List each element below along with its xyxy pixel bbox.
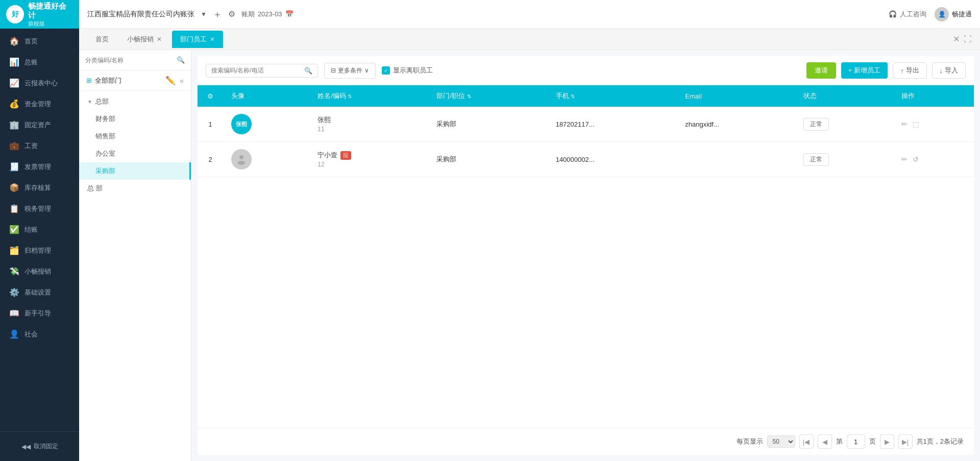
first-page-button[interactable]: |◀: [799, 434, 814, 449]
next-page-button[interactable]: ▶: [880, 434, 894, 449]
company-dropdown-icon[interactable]: ▼: [201, 11, 207, 18]
show-resigned-checkbox-label[interactable]: ✓ 显示离职员工: [382, 66, 433, 75]
sidebar-item-finance[interactable]: 💰 资金管理: [0, 93, 79, 114]
sidebar-item-invoice[interactable]: 🧾 发票管理: [0, 156, 79, 177]
employee-search-icon[interactable]: 🔍: [304, 67, 312, 75]
dept-item-general[interactable]: 总 部: [79, 180, 191, 197]
tab-maximize-button[interactable]: ⛶: [964, 34, 972, 44]
table-settings-icon[interactable]: ⚙: [207, 92, 213, 100]
show-resigned-label: 显示离职员工: [393, 66, 433, 75]
row2-phone: 140000002...: [548, 142, 677, 177]
cancel-fixed-button[interactable]: ◀◀ 取消固定: [0, 437, 79, 456]
logo-icon: 好: [6, 5, 24, 23]
svg-point-1: [238, 161, 245, 165]
dept-search-area: 🔍: [79, 50, 191, 70]
row1-edit-icon[interactable]: ✏: [901, 120, 908, 128]
sidebar-label-social: 社会: [24, 330, 38, 339]
sidebar-item-archive[interactable]: 🗂️ 归档管理: [0, 240, 79, 261]
dept-item-office[interactable]: 办公室: [79, 145, 191, 162]
dept-search-input[interactable]: [85, 57, 173, 64]
th-settings: ⚙: [198, 85, 223, 107]
sidebar-item-home[interactable]: 🏠 首页: [0, 31, 79, 52]
service-button[interactable]: 🎧 人工咨询: [889, 10, 926, 19]
settings-icon: ⚙️: [9, 287, 19, 297]
expense-icon: 💸: [9, 266, 19, 276]
sidebar-item-settings[interactable]: ⚙️ 基础设置: [0, 282, 79, 303]
th-phone-label: 手机: [556, 92, 571, 100]
sidebar-item-expense[interactable]: 💸 小畅报销: [0, 261, 79, 282]
import-button[interactable]: ↓ 导入: [932, 62, 966, 79]
row2-name: 宁小壹 应: [317, 151, 420, 160]
archive-icon: 🗂️: [9, 246, 19, 255]
prev-page-button[interactable]: ◀: [818, 434, 832, 449]
main-area: 江西服宝精品有限责任公司内账张 ▼ ＋ ⚙ 账期 2023-03 📅 🎧 人工咨…: [79, 0, 980, 461]
topbar: 江西服宝精品有限责任公司内账张 ▼ ＋ ⚙ 账期 2023-03 📅 🎧 人工咨…: [79, 0, 980, 29]
dept-collapse-icon[interactable]: «: [180, 77, 184, 85]
grid-icon: ⊞: [86, 77, 92, 84]
tab-expense[interactable]: 小畅报销 ✕: [119, 31, 170, 48]
sidebar-item-reports[interactable]: 📈 云报表中心: [0, 72, 79, 93]
export-button[interactable]: ↑ 导出: [893, 62, 927, 79]
add-employee-button[interactable]: + 新增员工: [841, 62, 888, 79]
content-area: 🔍 ⊞ 全部部门 ✏️ « ▼ 总部 财务部 销售部 办公室: [79, 50, 980, 461]
sidebar-label-inventory: 库存核算: [24, 183, 51, 192]
sidebar-item-close[interactable]: ✅ 结账: [0, 219, 79, 240]
period-value: 2023-03: [258, 10, 282, 18]
th-name: 姓名/编码 ⇅: [309, 85, 428, 107]
dept-sort-icon[interactable]: ⇅: [467, 93, 471, 99]
dept-item-sales[interactable]: 销售部: [79, 128, 191, 145]
svg-point-0: [239, 155, 243, 159]
user-menu[interactable]: 👤 畅捷通: [935, 7, 972, 21]
user-avatar: 👤: [935, 7, 949, 21]
topbar-gear-icon[interactable]: ⚙: [228, 9, 235, 19]
sidebar-label-home: 首页: [24, 37, 38, 46]
th-phone: 手机 ⇅: [548, 85, 677, 107]
sidebar-item-salary[interactable]: 💼 工资: [0, 135, 79, 156]
social-icon: 👤: [9, 329, 19, 339]
all-dept-label-group: ⊞ 全部部门: [86, 76, 121, 85]
row1-action-icons: ✏ ⬚: [901, 120, 966, 128]
sidebar-item-ledger[interactable]: 📊 总账: [0, 52, 79, 72]
sidebar-item-tax[interactable]: 📋 税务管理: [0, 198, 79, 219]
dept-item-purchasing[interactable]: 采购部: [79, 162, 191, 180]
topbar-right: 🎧 人工咨询 👤 畅捷通: [889, 7, 972, 21]
row1-logout-icon[interactable]: ⬚: [913, 120, 919, 128]
row2-code: 12: [317, 161, 420, 168]
phone-sort-icon[interactable]: ⇅: [571, 93, 575, 99]
invite-button[interactable]: 邀请: [806, 62, 836, 79]
sidebar-item-guide[interactable]: 📖 新手引导: [0, 303, 79, 324]
dept-item-finance[interactable]: 财务部: [79, 110, 191, 128]
name-sort-icon[interactable]: ⇅: [348, 93, 352, 99]
topbar-add-button[interactable]: ＋: [213, 8, 222, 20]
employee-search-input[interactable]: [211, 67, 301, 74]
last-page-button[interactable]: ▶|: [898, 434, 913, 449]
sidebar-item-inventory[interactable]: 📦 库存核算: [0, 177, 79, 198]
show-resigned-checkbox[interactable]: ✓: [382, 66, 390, 75]
tab-department[interactable]: 部门员工 ✕: [172, 31, 223, 48]
row2-refresh-icon[interactable]: ↺: [913, 155, 919, 163]
th-status-label: 状态: [803, 92, 817, 100]
dept-search-icon[interactable]: 🔍: [177, 56, 185, 64]
sidebar-label-archive: 归档管理: [24, 246, 51, 255]
dept-item-headquarters[interactable]: ▼ 总部: [79, 93, 191, 110]
per-page-select[interactable]: 50 100 200: [767, 435, 795, 448]
salary-icon: 💼: [9, 141, 19, 151]
sidebar-item-assets[interactable]: 🏢 固定资产: [0, 114, 79, 135]
sidebar-item-social[interactable]: 👤 社会: [0, 324, 79, 345]
row2-status-badge: 正常: [803, 153, 829, 166]
pagination: 每页显示 50 100 200 |◀ ◀ 第 页 ▶ ▶| 共1页，2条记录: [198, 428, 974, 455]
page-input[interactable]: [847, 434, 865, 449]
guide-icon: 📖: [9, 308, 19, 318]
tab-expense-close-icon[interactable]: ✕: [157, 36, 162, 43]
dept-edit-icon[interactable]: ✏️: [165, 76, 176, 85]
export-label: 导出: [906, 66, 919, 75]
row2-edit-icon[interactable]: ✏: [901, 155, 908, 163]
tab-home-label: 首页: [95, 35, 109, 44]
th-actions: 操作: [893, 85, 974, 107]
filter-button[interactable]: ⊟ 更多条件 ∨: [324, 63, 376, 79]
tab-home[interactable]: 首页: [87, 31, 117, 48]
tab-department-close-icon[interactable]: ✕: [210, 36, 215, 43]
sidebar-logo: 好 畅捷通好会计 旗舰版: [0, 0, 79, 29]
tab-close-button[interactable]: ✕: [953, 34, 960, 44]
calendar-icon[interactable]: 📅: [285, 10, 293, 18]
